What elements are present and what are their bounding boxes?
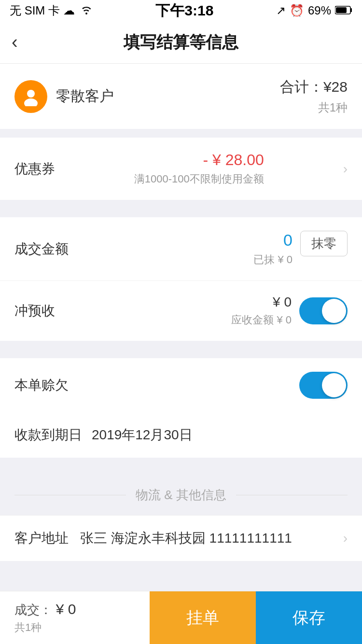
battery-label: 69% (308, 4, 331, 17)
due-date-label: 收款到期日 (14, 426, 82, 444)
coupon-desc: 满1000-100不限制使用金额 (134, 172, 264, 186)
coupon-row[interactable]: 优惠券 - ¥ 28.00 满1000-100不限制使用金额 › (0, 138, 362, 200)
coupon-right: - ¥ 28.00 满1000-100不限制使用金额 (134, 151, 264, 186)
logistics-label: 物流 & 其他信息 (136, 487, 226, 504)
prepay-right: ¥ 0 应收金额 ¥ 0 (231, 294, 348, 327)
amount-sub: 已抹 ¥ 0 (253, 252, 292, 267)
amount-right: 0 已抹 ¥ 0 抹零 (253, 231, 348, 267)
bottom-info: 成交： ¥ 0 共1种 (0, 601, 150, 635)
customer-total: 合计：¥28 (280, 77, 348, 97)
address-value: 张三 海淀永丰科技园 11111111111 (80, 529, 335, 547)
credit-toggle-knob (322, 373, 346, 397)
divider-2 (0, 350, 362, 358)
location-icon: ↗ (276, 4, 286, 17)
customer-name: 零散客户 (56, 86, 114, 106)
prepay-toggle[interactable] (299, 297, 348, 324)
no-sim-label: 无 SIM 卡 ☁ (10, 3, 75, 18)
prepay-value-block: ¥ 0 应收金额 ¥ 0 (231, 294, 292, 327)
trade-label: 成交： (14, 602, 52, 617)
amount-value-block: 0 已抹 ¥ 0 (253, 231, 292, 267)
trade-value: ¥ 0 (56, 601, 76, 617)
amount-value: 0 (253, 231, 292, 250)
transaction-section: 成交金额 0 已抹 ¥ 0 抹零 冲预收 ¥ 0 应收金额 ¥ 0 (0, 217, 362, 341)
bottom-bar: 成交： ¥ 0 共1种 挂单 保存 (0, 591, 362, 644)
due-date-value: 2019年12月30日 (92, 426, 193, 444)
credit-section: 本单赊欠 收款到期日 2019年12月30日 (0, 358, 362, 458)
coupon-discount: - ¥ 28.00 (134, 151, 264, 169)
divider-3 (0, 466, 362, 475)
hang-button[interactable]: 挂单 (150, 591, 256, 644)
customer-right: 合计：¥28 共1种 (280, 77, 348, 115)
svg-rect-2 (336, 7, 347, 13)
prepay-row: 冲预收 ¥ 0 应收金额 ¥ 0 (0, 280, 362, 341)
prepay-label: 冲预收 (14, 302, 55, 320)
due-date-row: 收款到期日 2019年12月30日 (0, 412, 362, 458)
battery-icon (335, 4, 352, 17)
coupon-chevron: › (343, 161, 348, 177)
toggle-knob (322, 299, 346, 323)
round-button[interactable]: 抹零 (300, 231, 348, 256)
address-chevron: › (343, 531, 348, 546)
customer-left: 零散客户 (14, 80, 114, 113)
divider-1 (0, 209, 362, 217)
save-button[interactable]: 保存 (256, 591, 362, 644)
svg-point-4 (24, 98, 38, 106)
credit-toggle[interactable] (299, 372, 348, 399)
coupon-section: 优惠券 - ¥ 28.00 满1000-100不限制使用金额 › (0, 138, 362, 200)
prepay-sub: 应收金额 ¥ 0 (231, 313, 292, 327)
address-row[interactable]: 客户地址 张三 海淀永丰科技园 11111111111 › (0, 515, 362, 561)
bottom-trade-line: 成交： ¥ 0 (14, 601, 135, 618)
back-button[interactable]: ‹ (12, 32, 18, 53)
amount-label: 成交金额 (14, 240, 69, 258)
credit-row: 本单赊欠 (0, 358, 362, 412)
customer-row: 零散客户 合计：¥28 共1种 (0, 64, 362, 129)
logistics-label-row: 物流 & 其他信息 (0, 475, 362, 515)
prepay-value: ¥ 0 (231, 294, 292, 310)
customer-section: 零散客户 合计：¥28 共1种 (0, 64, 362, 129)
status-bar: 无 SIM 卡 ☁ 下午3:18 ↗ ⏰ 69% (0, 0, 362, 21)
address-section: 客户地址 张三 海淀永丰科技园 11111111111 › (0, 515, 362, 561)
customer-avatar (14, 80, 47, 113)
amount-row: 成交金额 0 已抹 ¥ 0 抹零 (0, 217, 362, 280)
status-right: ↗ ⏰ 69% (276, 4, 352, 17)
svg-rect-1 (350, 8, 352, 12)
address-label: 客户地址 (14, 529, 72, 547)
svg-point-3 (27, 90, 35, 98)
coupon-label: 优惠券 (14, 160, 55, 178)
label-line-right (236, 495, 348, 495)
status-left: 无 SIM 卡 ☁ (10, 3, 93, 18)
status-time: 下午3:18 (155, 1, 213, 21)
alarm-icon: ⏰ (290, 4, 304, 17)
page-title: 填写结算等信息 (124, 31, 238, 54)
label-line-left (14, 495, 126, 495)
customer-count: 共1种 (280, 100, 348, 115)
wifi-icon (80, 4, 93, 17)
credit-label: 本单赊欠 (14, 376, 69, 394)
nav-bar: ‹ 填写结算等信息 (0, 21, 362, 64)
trade-count: 共1种 (14, 620, 135, 635)
